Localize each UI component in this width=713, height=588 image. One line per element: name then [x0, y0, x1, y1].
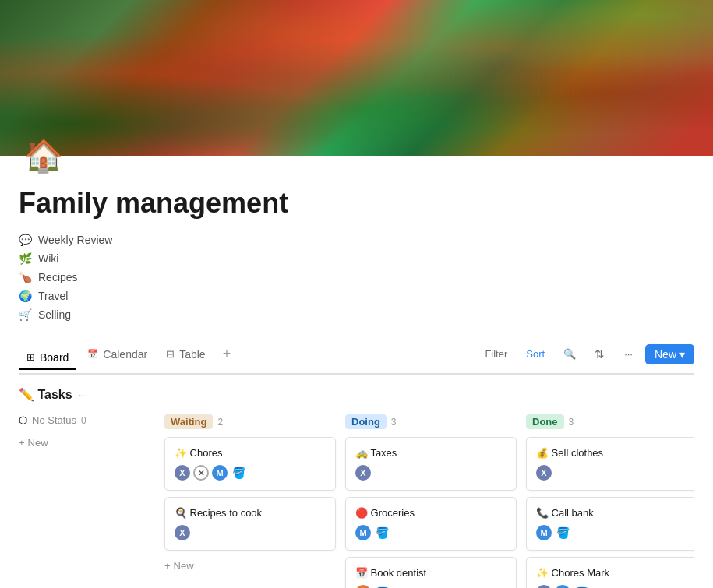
card-call-bank[interactable]: 📞 Call bank M 🪣	[526, 497, 694, 551]
nav-item-recipes[interactable]: 🍗 Recipes	[19, 269, 694, 285]
board-menu[interactable]: ···	[79, 389, 88, 401]
filter-button[interactable]: Filter	[478, 345, 514, 363]
card-groceries[interactable]: 🔴 Groceries M 🪣	[345, 497, 517, 551]
waiting-new-label: New	[174, 560, 194, 572]
avatar-mark-chores-mark: M	[555, 585, 570, 588]
tab-table[interactable]: ⊟ Table	[158, 343, 213, 365]
avatar-emoji-chores-mark: 🪣	[574, 585, 589, 588]
more-button[interactable]: ···	[618, 345, 639, 363]
recipes-label: Recipes	[38, 271, 78, 283]
travel-label: Travel	[38, 290, 68, 302]
selling-label: Selling	[38, 308, 71, 321]
add-view-button[interactable]: +	[217, 341, 238, 367]
kanban-board: ⬡ No Status 0 + New Waiting 2 ✨ Chores X…	[19, 414, 694, 588]
card-chores-mark-title: ✨ Chores Mark	[536, 567, 687, 579]
toolbar: ⊞ Board 📅 Calendar ⊟ Table + Filter Sort…	[19, 341, 694, 375]
avatar-xin-chores-mark: X	[536, 585, 552, 588]
card-chores-mark-assignees: X M 🪣	[536, 585, 687, 588]
waiting-add-new[interactable]: + New	[164, 557, 336, 575]
plus-icon-waiting: +	[164, 560, 171, 572]
board-tab-icon: ⊞	[26, 351, 35, 363]
calendar-tab-icon: 📅	[87, 349, 98, 359]
selling-icon: 🛒	[19, 308, 32, 321]
no-status-new-label: New	[28, 437, 48, 449]
tab-calendar[interactable]: 📅 Calendar	[79, 343, 155, 365]
done-title: Done	[526, 414, 564, 429]
card-recipes-to-cook[interactable]: 🍳 Recipes to cook X	[164, 497, 336, 551]
avatar-xin-taxes: X	[355, 465, 371, 481]
card-recipes-assignees: X	[175, 525, 326, 540]
avatar-emoji-dentist: 🪣	[374, 585, 390, 588]
card-sell-clothes-title: 💰 Sell clothes	[536, 447, 687, 459]
page-title: Family management	[19, 187, 694, 220]
card-call-bank-assignees: M 🪣	[536, 525, 687, 540]
weekly-review-icon: 💬	[19, 234, 32, 246]
nav-item-selling[interactable]: 🛒 Selling	[19, 307, 694, 322]
board-header: ✏️ Tasks ···	[19, 387, 694, 402]
avatar-mark-2: M	[212, 465, 228, 481]
page-icon: 🏠	[19, 131, 69, 181]
no-status-header: ⬡ No Status 0	[19, 414, 155, 426]
board-title: ✏️ Tasks	[19, 387, 72, 402]
nav-links: 💬 Weekly Review 🌿 Wiki 🍗 Recipes 🌍 Trave…	[19, 232, 694, 322]
new-button[interactable]: New ▾	[645, 344, 694, 364]
board-tab-label: Board	[40, 351, 69, 364]
waiting-header: Waiting 2	[164, 414, 336, 429]
travel-icon: 🌍	[19, 290, 32, 302]
avatar-xin: X	[175, 465, 190, 481]
table-tab-icon: ⊟	[166, 348, 175, 360]
no-status-count: 0	[81, 415, 86, 426]
avatar-emoji-bank: 🪣	[555, 525, 570, 540]
options-button[interactable]: ⇅	[588, 344, 612, 364]
done-header: Done 3	[526, 414, 694, 429]
avatar-xin-recipes: X	[175, 525, 190, 540]
card-sell-clothes-assignees: X	[536, 465, 687, 481]
avatar-mark: ✕	[193, 465, 209, 481]
done-count: 3	[569, 417, 574, 428]
card-sell-clothes[interactable]: 💰 Sell clothes X	[526, 437, 694, 491]
nav-item-weekly-review[interactable]: 💬 Weekly Review	[19, 232, 694, 248]
waiting-title: Waiting	[164, 414, 213, 429]
waiting-count: 2	[217, 417, 223, 428]
nav-item-travel[interactable]: 🌍 Travel	[19, 288, 694, 304]
card-taxes[interactable]: 🚕 Taxes X	[345, 437, 517, 491]
avatar-emoji-groceries: 🪣	[374, 525, 390, 540]
calendar-tab-label: Calendar	[103, 348, 147, 361]
card-taxes-assignees: X	[355, 465, 507, 481]
tab-board[interactable]: ⊞ Board	[19, 347, 76, 370]
card-chores-mark[interactable]: ✨ Chores Mark X M 🪣	[526, 557, 694, 588]
wiki-label: Wiki	[38, 252, 58, 265]
no-status-title: No Status	[32, 414, 76, 426]
chevron-down-icon: ▾	[679, 348, 685, 361]
card-call-bank-title: 📞 Call bank	[536, 507, 687, 519]
card-book-dentist[interactable]: 📅 Book dentist M 🪣	[345, 557, 517, 588]
nav-item-wiki[interactable]: 🌿 Wiki	[19, 251, 694, 266]
avatar-mark-groceries: M	[355, 525, 371, 540]
recipes-icon: 🍗	[19, 271, 32, 283]
table-tab-label: Table	[179, 348, 205, 361]
card-groceries-assignees: M 🪣	[355, 525, 507, 540]
sort-button[interactable]: Sort	[520, 345, 551, 363]
plus-icon: +	[19, 437, 25, 449]
wiki-icon: 🌿	[19, 252, 32, 265]
card-dentist-assignees: M 🪣	[355, 585, 507, 588]
hero-banner	[0, 0, 713, 156]
search-button[interactable]: 🔍	[557, 345, 582, 363]
doing-title: Doing	[345, 414, 387, 429]
card-chores-waiting[interactable]: ✨ Chores X ✕ M 🪣	[164, 437, 336, 491]
no-status-icon: ⬡	[19, 414, 27, 426]
card-chores-assignees: X ✕ M 🪣	[175, 465, 326, 481]
card-recipes-title: 🍳 Recipes to cook	[175, 507, 326, 519]
no-status-add-new[interactable]: + New	[19, 434, 155, 452]
column-no-status: ⬡ No Status 0 + New	[19, 414, 155, 452]
column-done: Done 3 💰 Sell clothes X 📞 Call bank M 🪣	[526, 414, 694, 588]
avatar-mark-dentist: M	[355, 585, 371, 588]
avatar-xin-sell: X	[536, 465, 552, 481]
card-chores-title: ✨ Chores	[175, 447, 326, 459]
card-groceries-title: 🔴 Groceries	[355, 507, 507, 519]
column-waiting: Waiting 2 ✨ Chores X ✕ M 🪣 🍳 Recipes to …	[164, 414, 336, 575]
doing-count: 3	[391, 417, 397, 428]
avatar-mark-bank: M	[536, 525, 552, 540]
avatar-emoji-bucket: 🪣	[231, 465, 246, 481]
weekly-review-label: Weekly Review	[38, 234, 112, 246]
